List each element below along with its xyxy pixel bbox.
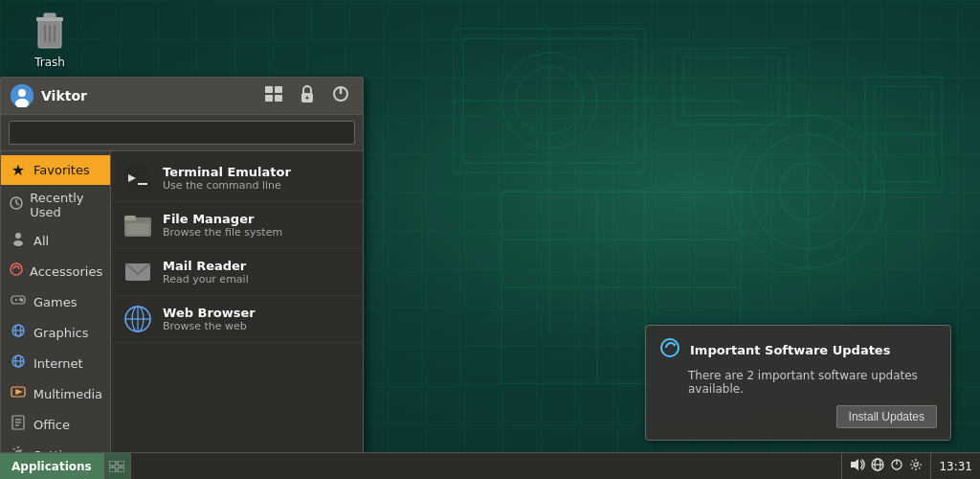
category-favorites[interactable]: ★ Favorites [1, 155, 110, 185]
category-accessories[interactable]: Accessories [1, 256, 110, 286]
recently-used-icon [9, 195, 24, 215]
category-graphics[interactable]: Graphics [1, 317, 110, 348]
menu-categories: ★ Favorites Recently Used [1, 151, 111, 458]
trash-icon-image [27, 8, 73, 54]
category-internet[interactable]: Internet [1, 348, 110, 378]
menu-search-bar [1, 115, 363, 151]
notification-title: Important Software Updates [690, 343, 890, 357]
multimedia-label: Multimedia [33, 387, 102, 401]
menu-apps-list: Terminal Emulator Use the command line [111, 151, 363, 458]
terminal-desc: Use the command line [163, 179, 291, 192]
install-updates-button[interactable]: Install Updates [836, 405, 937, 428]
svg-rect-78 [109, 461, 116, 466]
svg-rect-32 [265, 95, 273, 102]
workspace-switcher[interactable] [104, 453, 131, 479]
notification-actions: Install Updates [659, 405, 937, 428]
search-input[interactable] [9, 121, 355, 145]
notification-header: Important Software Updates [659, 337, 937, 363]
accessories-label: Accessories [30, 264, 102, 279]
power-icon[interactable] [890, 458, 903, 474]
trash-desktop-icon[interactable]: Trash [19, 8, 80, 69]
tray-settings-icon[interactable] [909, 458, 923, 474]
system-tray [841, 453, 930, 479]
category-all[interactable]: All [1, 225, 110, 256]
app-item-terminal[interactable]: Terminal Emulator Use the command line [111, 155, 363, 202]
svg-rect-31 [275, 86, 282, 93]
filemanager-info: File Manager Browse the file system [163, 212, 282, 239]
notification-popup: Important Software Updates There are 2 i… [645, 325, 951, 441]
all-label: All [33, 234, 49, 248]
app-item-browser[interactable]: Web Browser Browse the web [111, 296, 363, 343]
terminal-icon [122, 163, 153, 194]
desktop: Trash Viktor [0, 0, 980, 479]
taskbar-clock: 13:31 [930, 453, 980, 479]
graphics-label: Graphics [33, 326, 88, 340]
volume-icon[interactable] [850, 458, 865, 474]
svg-point-43 [11, 263, 22, 275]
menu-body: ★ Favorites Recently Used [1, 151, 363, 458]
svg-marker-77 [673, 343, 677, 347]
svg-rect-81 [118, 468, 124, 472]
svg-rect-30 [265, 86, 273, 93]
svg-marker-82 [851, 459, 858, 470]
favorites-label: Favorites [33, 163, 90, 177]
filemanager-desc: Browse the file system [163, 226, 282, 239]
svg-marker-56 [16, 390, 21, 394]
all-icon [9, 231, 28, 250]
graphics-icon [9, 323, 28, 342]
applications-button[interactable]: Applications [0, 453, 104, 479]
taskbar: Applications [0, 452, 980, 479]
browser-desc: Browse the web [163, 320, 256, 332]
mail-name: Mail Reader [163, 259, 249, 273]
svg-point-41 [15, 233, 21, 239]
svg-line-40 [16, 203, 19, 205]
svg-rect-79 [118, 461, 124, 466]
svg-rect-70 [126, 223, 149, 235]
category-office[interactable]: Office [1, 409, 110, 440]
svg-point-28 [18, 89, 26, 97]
svg-rect-6 [674, 48, 789, 125]
terminal-info: Terminal Emulator Use the command line [163, 165, 291, 192]
svg-rect-7 [683, 57, 779, 115]
svg-point-35 [306, 97, 309, 100]
menu-user: Viktor [11, 84, 87, 107]
svg-rect-23 [44, 13, 56, 18]
category-recently-used[interactable]: Recently Used [1, 185, 110, 225]
application-menu: Viktor [0, 77, 364, 459]
games-label: Games [33, 295, 77, 309]
display-button[interactable] [261, 84, 286, 107]
category-multimedia[interactable]: Multimedia [1, 378, 110, 409]
recently-used-label: Recently Used [30, 191, 102, 219]
app-item-mail[interactable]: Mail Reader Read your email [111, 249, 363, 296]
accessories-icon [9, 262, 24, 281]
browser-name: Web Browser [163, 306, 256, 320]
filemanager-icon [122, 210, 153, 240]
svg-point-42 [13, 240, 23, 246]
internet-label: Internet [33, 356, 83, 371]
app-item-filemanager[interactable]: File Manager Browse the file system [111, 202, 363, 249]
svg-rect-69 [124, 216, 136, 220]
notification-body: There are 2 important software updates a… [659, 369, 937, 396]
svg-rect-80 [109, 468, 116, 472]
lock-button[interactable] [296, 83, 319, 108]
user-name: Viktor [41, 88, 87, 103]
office-icon [9, 415, 28, 434]
mail-desc: Read your email [163, 273, 249, 285]
network-icon[interactable] [871, 458, 884, 474]
category-games[interactable]: Games [1, 286, 110, 317]
terminal-name: Terminal Emulator [163, 165, 291, 179]
svg-point-48 [21, 300, 23, 302]
menu-header-actions [261, 83, 353, 108]
mail-info: Mail Reader Read your email [163, 259, 249, 285]
filemanager-name: File Manager [163, 212, 282, 226]
svg-point-88 [914, 463, 918, 467]
multimedia-icon [9, 384, 28, 403]
power-button[interactable] [328, 83, 353, 108]
mail-icon [122, 257, 153, 287]
svg-point-76 [661, 339, 679, 356]
browser-icon [122, 304, 153, 334]
trash-label: Trash [34, 56, 65, 69]
browser-info: Web Browser Browse the web [163, 306, 256, 332]
user-avatar [11, 84, 33, 107]
office-label: Office [33, 418, 70, 432]
